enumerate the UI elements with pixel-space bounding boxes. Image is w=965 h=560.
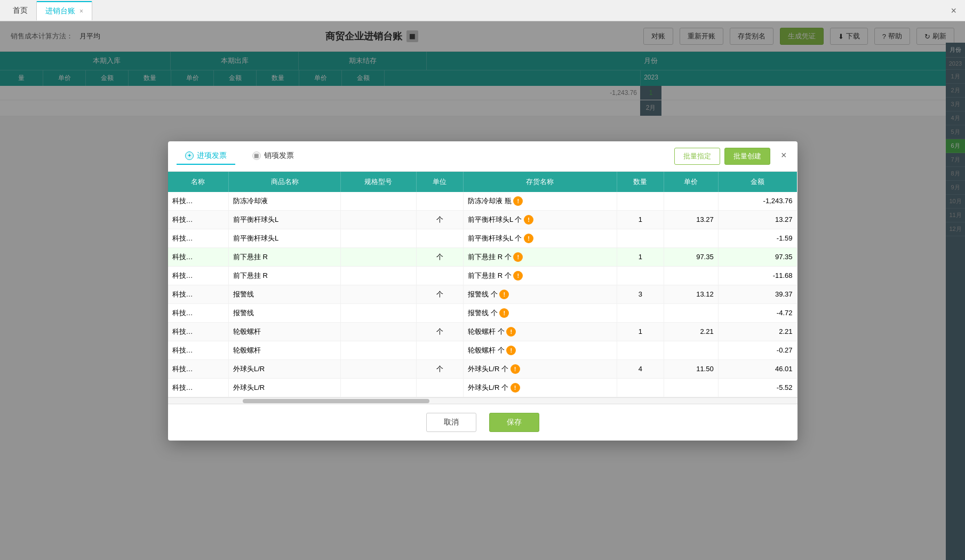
save-button[interactable]: 保存	[489, 413, 539, 432]
cell-unit	[416, 378, 463, 397]
cell-amount: 46.01	[718, 359, 797, 378]
cell-inventory: 外球头L/R 个 !	[464, 378, 617, 397]
tab-close-icon[interactable]: ×	[79, 7, 83, 15]
window-close-button[interactable]: ×	[951, 5, 956, 16]
cell-price: 13.27	[664, 210, 718, 229]
tab-outgoing-invoice[interactable]: ▦ 销项发票	[244, 148, 302, 165]
table-row[interactable]: 科技… 前下悬挂 R 前下悬挂 R 个 ! -11.68	[168, 266, 797, 285]
cell-amount: 13.27	[718, 210, 797, 229]
tab-bar: 首页 进销台账 × ×	[0, 0, 965, 21]
cancel-button[interactable]: 取消	[426, 413, 476, 432]
warning-icon: !	[499, 308, 509, 318]
cell-inventory: 轮毂螺杆 个 !	[464, 341, 617, 359]
modal-table-container[interactable]: 名称 商品名称 规格型号 单位 存货名称 数量 单价 金额 科技… 防冻冷却液	[168, 172, 797, 397]
cell-unit	[416, 341, 463, 359]
cell-qty: 1	[617, 247, 664, 266]
cell-unit: 个	[416, 247, 463, 266]
table-row[interactable]: 科技… 外球头L/R 个 外球头L/R 个 ! 4 11.50 46.01	[168, 359, 797, 378]
table-row[interactable]: 科技… 前平衡杆球头L 前平衡杆球头L 个 ! -1.59	[168, 229, 797, 247]
scrollbar-thumb[interactable]	[243, 399, 429, 403]
col-unit: 单位	[416, 172, 463, 192]
cell-spec	[341, 247, 417, 266]
table-row[interactable]: 科技… 外球头L/R 外球头L/R 个 ! -5.52	[168, 378, 797, 397]
cell-spec	[341, 378, 417, 397]
cell-name: 科技…	[168, 210, 229, 229]
cell-qty	[617, 266, 664, 285]
cell-unit: 个	[416, 210, 463, 229]
table-row[interactable]: 科技… 轮毂螺杆 轮毂螺杆 个 ! -0.27	[168, 341, 797, 359]
warning-icon: !	[513, 252, 523, 262]
tab-incoming-invoice[interactable]: ✦ 进项发票	[177, 148, 235, 165]
cell-spec	[341, 341, 417, 359]
tab-ledger[interactable]: 进销台账 ×	[36, 1, 92, 20]
cell-price: 13.12	[664, 285, 718, 303]
cell-inventory: 外球头L/R 个 !	[464, 359, 617, 378]
cell-qty	[617, 192, 664, 211]
cell-amount: -0.27	[718, 341, 797, 359]
cell-name: 科技…	[168, 192, 229, 211]
tab-home[interactable]: 首页	[4, 2, 36, 20]
cell-unit: 个	[416, 322, 463, 341]
cell-amount: 97.35	[718, 247, 797, 266]
invoice-table: 名称 商品名称 规格型号 单位 存货名称 数量 单价 金额 科技… 防冻冷却液	[168, 172, 797, 397]
table-row[interactable]: 科技… 前下悬挂 R 个 前下悬挂 R 个 ! 1 97.35 97.35	[168, 247, 797, 266]
cell-product: 轮毂螺杆	[229, 341, 341, 359]
cell-inventory: 防冻冷却液 瓶 !	[464, 192, 617, 211]
modal-header-actions: 批量指定 批量创建 ×	[674, 148, 789, 165]
modal-close-button[interactable]: ×	[779, 148, 789, 165]
cell-name: 科技…	[168, 247, 229, 266]
cell-amount: -1.59	[718, 229, 797, 247]
warning-icon: !	[524, 215, 533, 225]
col-product: 商品名称	[229, 172, 341, 192]
table-row[interactable]: 科技… 报警线 报警线 个 ! -4.72	[168, 303, 797, 322]
cell-price	[664, 378, 718, 397]
cell-qty: 1	[617, 210, 664, 229]
cell-product: 防冻冷却液	[229, 192, 341, 211]
cell-price: 2.21	[664, 322, 718, 341]
table-row[interactable]: 科技… 防冻冷却液 防冻冷却液 瓶 ! -1,243.76	[168, 192, 797, 211]
incoming-tab-icon: ✦	[185, 151, 194, 160]
cell-spec	[341, 192, 417, 211]
cell-unit	[416, 266, 463, 285]
cell-price: 11.50	[664, 359, 718, 378]
cell-inventory: 前下悬挂 R 个 !	[464, 247, 617, 266]
cell-qty	[617, 303, 664, 322]
cell-unit	[416, 192, 463, 211]
warning-icon: !	[511, 383, 520, 393]
cell-qty: 4	[617, 359, 664, 378]
cell-amount: -11.68	[718, 266, 797, 285]
warning-icon: !	[513, 196, 523, 206]
cell-product: 外球头L/R	[229, 378, 341, 397]
cell-spec	[341, 322, 417, 341]
cell-price	[664, 229, 718, 247]
table-row[interactable]: 科技… 前平衡杆球头L 个 前平衡杆球头L 个 ! 1 13.27 13.27	[168, 210, 797, 229]
cell-price	[664, 303, 718, 322]
col-qty: 数量	[617, 172, 664, 192]
modal-table-body: 科技… 防冻冷却液 防冻冷却液 瓶 ! -1,243.76 科技… 前平衡杆球头…	[168, 192, 797, 397]
main-area: 销售成本计算方法： 月平均 商贸企业进销台账 ▦ 对账 重新开账 存货别名 生成…	[0, 21, 965, 560]
cell-name: 科技…	[168, 266, 229, 285]
outgoing-tab-icon: ▦	[252, 151, 261, 160]
col-spec: 规格型号	[341, 172, 417, 192]
cell-inventory: 前下悬挂 R 个 !	[464, 266, 617, 285]
batch-designate-button[interactable]: 批量指定	[674, 148, 720, 165]
warning-icon: !	[499, 290, 509, 299]
cell-price	[664, 341, 718, 359]
cell-amount: -4.72	[718, 303, 797, 322]
cell-product: 报警线	[229, 285, 341, 303]
cell-qty	[617, 378, 664, 397]
table-row[interactable]: 科技… 轮毂螺杆 个 轮毂螺杆 个 ! 1 2.21 2.21	[168, 322, 797, 341]
cell-inventory: 轮毂螺杆 个 !	[464, 322, 617, 341]
cell-name: 科技…	[168, 359, 229, 378]
modal-header: ✦ 进项发票 ▦ 销项发票 批量指定 批量创建 ×	[168, 141, 797, 172]
cell-unit	[416, 303, 463, 322]
table-header-row: 名称 商品名称 规格型号 单位 存货名称 数量 单价 金额	[168, 172, 797, 192]
cell-unit	[416, 229, 463, 247]
batch-create-button[interactable]: 批量创建	[724, 148, 770, 165]
col-name: 名称	[168, 172, 229, 192]
modal-scrollbar[interactable]	[168, 397, 797, 404]
modal-overlay: ✦ 进项发票 ▦ 销项发票 批量指定 批量创建 ×	[0, 21, 965, 560]
cell-spec	[341, 303, 417, 322]
table-row[interactable]: 科技… 报警线 个 报警线 个 ! 3 13.12 39.37	[168, 285, 797, 303]
cell-spec	[341, 285, 417, 303]
